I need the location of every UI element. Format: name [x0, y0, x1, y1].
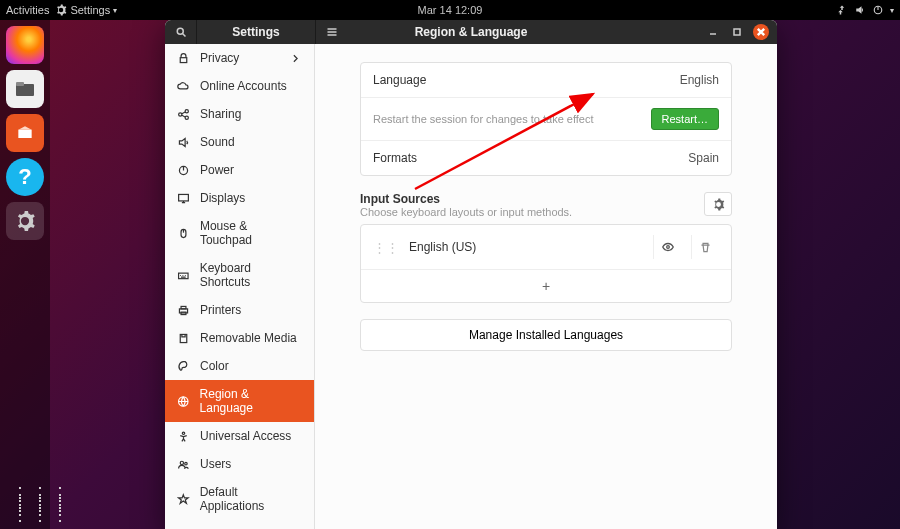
share-icon [177, 108, 190, 121]
sidebar-label: Displays [200, 191, 245, 205]
users-icon [177, 458, 190, 471]
input-sources-subtitle: Choose keyboard layouts or input methods… [360, 206, 704, 218]
activities-button[interactable]: Activities [6, 4, 49, 16]
language-row[interactable]: Language English [361, 63, 731, 97]
topbar-app-menu[interactable]: Settings ▾ [55, 4, 117, 16]
topbar-datetime[interactable]: Mar 14 12:09 [418, 4, 483, 16]
dock-software[interactable] [6, 114, 44, 152]
sidebar-header-title: Settings [197, 25, 315, 39]
sidebar-item-default-apps[interactable]: Default Applications [165, 478, 314, 520]
sidebar-item-printers[interactable]: Printers [165, 296, 314, 324]
sidebar-item-displays[interactable]: Displays [165, 184, 314, 212]
svg-point-6 [179, 112, 182, 115]
content-area: Language English Restart the session for… [315, 44, 777, 529]
svg-point-7 [185, 109, 188, 112]
language-formats-panel: Language English Restart the session for… [360, 62, 732, 176]
sidebar-label: Privacy [200, 51, 239, 65]
chevron-right-icon [289, 52, 302, 65]
svg-point-20 [185, 462, 187, 464]
sidebar-item-color[interactable]: Color [165, 352, 314, 380]
svg-rect-4 [734, 29, 740, 35]
drag-handle-icon[interactable]: ⋮⋮ [373, 240, 399, 255]
formats-row[interactable]: Formats Spain [361, 140, 731, 175]
input-sources-settings-button[interactable] [704, 192, 732, 216]
add-input-source-button[interactable]: + [361, 269, 731, 302]
window-close[interactable] [753, 24, 769, 40]
input-sources-title: Input Sources [360, 192, 704, 206]
restart-message: Restart the session for changes to take … [373, 113, 594, 125]
view-layout-button[interactable] [653, 235, 681, 259]
sidebar-item-removable[interactable]: Removable Media [165, 324, 314, 352]
topbar-app-label: Settings [70, 4, 110, 16]
gnome-topbar: Activities Settings ▾ Mar 14 12:09 ▾ [0, 0, 900, 20]
window-maximize[interactable] [729, 24, 745, 40]
input-sources-list: ⋮⋮ English (US) + [360, 224, 732, 303]
topbar-system-menu[interactable]: ▾ [836, 4, 894, 16]
display-icon [177, 192, 190, 205]
dock: ? ⋮⋮⋮⋮⋮⋮⋮⋮⋮ [0, 20, 50, 529]
trash-icon [699, 241, 712, 254]
cloud-icon [177, 80, 190, 93]
sidebar-label: Sound [200, 135, 235, 149]
dock-help[interactable]: ? [6, 158, 44, 196]
sidebar-item-power[interactable]: Power [165, 156, 314, 184]
sidebar-item-privacy[interactable]: Privacy [165, 44, 314, 72]
svg-point-8 [185, 116, 188, 119]
sidebar-label: Online Accounts [200, 79, 287, 93]
sidebar-label: Sharing [200, 107, 241, 121]
sidebar-item-sharing[interactable]: Sharing [165, 100, 314, 128]
dock-files[interactable] [6, 70, 44, 108]
sound-icon [177, 136, 190, 149]
volume-icon [854, 4, 866, 16]
color-icon [177, 360, 190, 373]
media-icon [177, 332, 190, 345]
svg-rect-14 [181, 306, 186, 308]
sidebar-label: Users [200, 457, 231, 471]
svg-point-19 [180, 461, 183, 464]
network-icon [836, 4, 848, 16]
sidebar-item-online-accounts[interactable]: Online Accounts [165, 72, 314, 100]
globe-icon [177, 395, 190, 408]
eye-icon [661, 240, 675, 254]
hamburger-button[interactable] [315, 20, 347, 44]
sidebar-label: Default Applications [200, 485, 302, 513]
sidebar-item-region-language[interactable]: Region & Language [165, 380, 314, 422]
formats-label: Formats [373, 151, 688, 165]
sidebar-item-universal-access[interactable]: Universal Access [165, 422, 314, 450]
formats-value: Spain [688, 151, 719, 165]
dock-firefox[interactable] [6, 26, 44, 64]
sidebar-label: Color [200, 359, 229, 373]
sidebar-item-keyboard[interactable]: Keyboard Shortcuts [165, 254, 314, 296]
svg-point-18 [182, 432, 184, 434]
manage-languages-button[interactable]: Manage Installed Languages [360, 319, 732, 351]
printer-icon [177, 304, 190, 317]
sidebar-label: Region & Language [200, 387, 302, 415]
show-apps-button[interactable]: ⋮⋮⋮⋮⋮⋮⋮⋮⋮ [11, 489, 39, 519]
settings-sidebar: Privacy Online Accounts Sharing Sound Po… [165, 44, 315, 529]
settings-window: Settings Region & Language Privacy Onlin… [165, 20, 777, 529]
power-icon [177, 164, 190, 177]
svg-point-3 [177, 28, 183, 34]
sidebar-item-sound[interactable]: Sound [165, 128, 314, 156]
keyboard-icon [177, 269, 190, 282]
accessibility-icon [177, 430, 190, 443]
search-button[interactable] [165, 20, 197, 44]
restart-row: Restart the session for changes to take … [361, 97, 731, 140]
svg-rect-2 [16, 82, 24, 86]
sidebar-label: Universal Access [200, 429, 291, 443]
sidebar-item-users[interactable]: Users [165, 450, 314, 478]
svg-rect-16 [180, 334, 187, 342]
sidebar-item-datetime[interactable]: Date & Time [165, 520, 314, 529]
power-icon [872, 4, 884, 16]
sidebar-label: Mouse & Touchpad [200, 219, 302, 247]
restart-button[interactable]: Restart… [651, 108, 719, 130]
remove-input-button[interactable] [691, 235, 719, 259]
svg-point-22 [666, 246, 669, 249]
lock-icon [177, 52, 190, 65]
input-sources-header: Input Sources Choose keyboard layouts or… [360, 192, 732, 218]
dock-settings[interactable] [6, 202, 44, 240]
svg-rect-10 [179, 194, 189, 201]
sidebar-item-mouse[interactable]: Mouse & Touchpad [165, 212, 314, 254]
input-source-item[interactable]: ⋮⋮ English (US) [361, 225, 731, 269]
window-minimize[interactable] [705, 24, 721, 40]
